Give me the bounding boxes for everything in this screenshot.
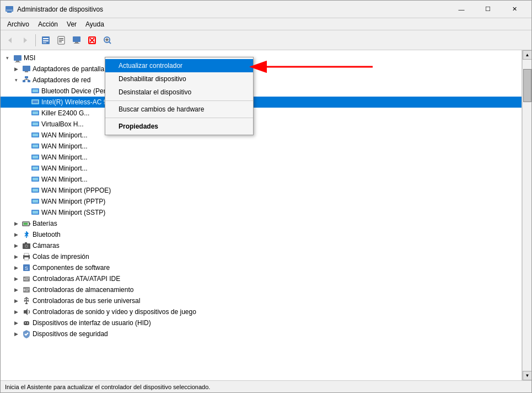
svg-rect-8	[43, 43, 46, 43]
expand-icon[interactable]: ▶	[12, 65, 20, 73]
expand-icon[interactable]: ▶	[12, 263, 20, 272]
svg-rect-51	[33, 178, 38, 180]
list-item[interactable]: ▶ WAN Miniport...	[1, 152, 522, 163]
list-item[interactable]: ▶ Bluetooth	[1, 229, 522, 240]
properties-button[interactable]	[54, 33, 68, 47]
title-bar: Administrador de dispositivos — ☐ ✕	[1, 1, 531, 18]
list-item[interactable]: ▶ Baterías	[1, 218, 522, 229]
list-item[interactable]: ▶ Controladoras de bus serie universal	[1, 295, 522, 306]
expand-icon[interactable]: ▾	[12, 76, 20, 84]
item-label: WAN Miniport (PPTP)	[41, 198, 105, 205]
root-expand[interactable]: ▾	[3, 54, 12, 62]
menu-ayuda[interactable]: Ayuda	[81, 19, 109, 29]
network-icon	[31, 120, 40, 129]
network-icon	[31, 164, 40, 173]
list-item[interactable]: ▶ WAN Miniport (PPTP)	[1, 196, 522, 207]
list-item[interactable]: ▶ WAN Miniport (PPPOE)	[1, 185, 522, 196]
category-icon	[22, 65, 31, 73]
list-item[interactable]: ▾ Adaptadores de red	[1, 75, 522, 86]
item-label: WAN Miniport...	[41, 176, 88, 183]
maximize-button[interactable]: ☐	[475, 4, 501, 15]
scroll-up[interactable]: ▲	[523, 50, 531, 60]
svg-rect-1	[7, 12, 12, 13]
list-item[interactable]: ▶ Controladoras ATA/ATAPI IDE	[1, 273, 522, 284]
list-item[interactable]: ▶ WAN Miniport (SSTP)	[1, 207, 522, 218]
ctx-properties[interactable]: Propiedades	[105, 120, 253, 133]
list-item[interactable]: ▶ WAN Miniport...	[1, 130, 522, 141]
list-item[interactable]: ▶ Dispositivos de interfaz de usuario (H…	[1, 317, 522, 328]
svg-rect-7	[43, 40, 49, 41]
svg-rect-37	[33, 100, 38, 103]
item-label: Controladoras de almacenamiento	[33, 286, 133, 294]
svg-point-78	[24, 289, 26, 291]
ctx-update-driver[interactable]: Actualizar controlador	[105, 59, 253, 72]
menu-accion[interactable]: Acción	[34, 19, 62, 29]
close-button[interactable]: ✕	[502, 4, 527, 15]
scroll-down[interactable]: ▼	[523, 371, 531, 380]
item-label: Baterías	[33, 220, 57, 227]
list-item[interactable]: ▶ Adaptadores de pantalla	[1, 63, 522, 75]
forward-button[interactable]	[18, 33, 33, 47]
expand-icon[interactable]: ▶	[12, 285, 20, 294]
uninstall-button[interactable]	[85, 33, 99, 47]
svg-rect-2	[6, 9, 13, 11]
expand-icon[interactable]: ▶	[12, 219, 20, 228]
item-label: Controladoras de bus serie universal	[33, 297, 140, 305]
expand-icon[interactable]: ▶	[12, 318, 20, 327]
monitor-button[interactable]	[69, 33, 84, 47]
sound-icon	[22, 307, 31, 316]
network-category-icon	[22, 76, 31, 84]
scrollbar[interactable]: ▲ ▼	[522, 50, 531, 380]
properties-list-button[interactable]	[39, 33, 53, 47]
expand-icon[interactable]: ▶	[12, 241, 20, 250]
list-item[interactable]: ▶ WAN Miniport...	[1, 174, 522, 185]
list-item[interactable]: ▶ VirtualBox H...	[1, 119, 522, 130]
expand-icon[interactable]: ▶	[12, 230, 20, 239]
svg-rect-49	[33, 167, 38, 169]
expand-icon[interactable]: ▶	[12, 307, 20, 316]
tree-root[interactable]: ▾ MSI	[1, 52, 522, 63]
menu-ver[interactable]: Ver	[62, 19, 81, 29]
menu-archivo[interactable]: Archivo	[3, 19, 34, 29]
expand-icon[interactable]: ▶	[12, 296, 20, 305]
svg-rect-47	[33, 156, 38, 158]
list-item[interactable]: ▶ Colas de impresión	[1, 251, 522, 262]
software-icon: S	[22, 263, 31, 272]
list-item[interactable]: ▶ S Componentes de software	[1, 262, 522, 273]
network-icon	[31, 131, 40, 140]
list-item[interactable]: ▶ WAN Miniport...	[1, 141, 522, 152]
scan-button[interactable]	[100, 33, 115, 47]
network-adapter-icon	[31, 87, 40, 95]
ctx-uninstall-device[interactable]: Desinstalar el dispositivo	[105, 86, 253, 99]
tree-panel[interactable]: ▾ MSI ▶ A	[1, 50, 522, 380]
expand-icon[interactable]: ▶	[12, 274, 20, 283]
svg-rect-10	[59, 38, 63, 39]
back-button[interactable]	[3, 33, 17, 47]
scroll-thumb[interactable]	[523, 69, 531, 102]
svg-rect-75	[25, 278, 29, 279]
network-icon	[31, 186, 40, 195]
list-item[interactable]: ▶ Controladoras de almacenamiento	[1, 284, 522, 295]
list-item[interactable]: ▶ Cámaras	[1, 240, 522, 251]
usb-icon	[22, 296, 31, 305]
list-item[interactable]: ▶ Killer E2400 G...	[1, 108, 522, 119]
svg-marker-86	[24, 309, 28, 315]
svg-marker-4	[24, 38, 27, 43]
item-label: WAN Miniport...	[41, 142, 88, 150]
ctx-scan-changes[interactable]: Buscar cambios de hardware	[105, 103, 253, 116]
expand-icon[interactable]: ▶	[12, 252, 20, 261]
list-item[interactable]: ▶ Controladoras de sonido y vídeo y disp…	[1, 306, 522, 317]
svg-rect-90	[27, 323, 28, 324]
expand-icon[interactable]: ▶	[12, 330, 20, 338]
scroll-track[interactable]	[523, 60, 531, 371]
minimize-button[interactable]: —	[449, 4, 474, 15]
list-item[interactable]: ▶ Intel(R) Wireless-AC 9560 160MHz	[1, 97, 522, 108]
list-item[interactable]: ▶ Dispositivos de seguridad	[1, 328, 522, 339]
ctx-disable-device[interactable]: Deshabilitar dispositivo	[105, 72, 253, 86]
list-item[interactable]: ▶ Bluetooth Device (Personal Area Networ…	[1, 86, 522, 97]
svg-rect-41	[33, 123, 38, 125]
svg-rect-30	[28, 80, 30, 82]
svg-rect-57	[33, 211, 38, 214]
svg-rect-15	[74, 43, 79, 44]
list-item[interactable]: ▶ WAN Miniport...	[1, 163, 522, 174]
